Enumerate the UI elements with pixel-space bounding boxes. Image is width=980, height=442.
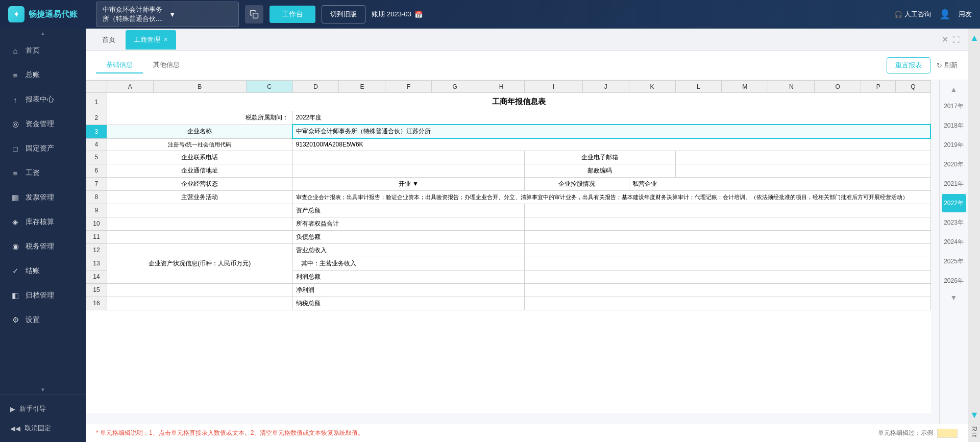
year-item-2025[interactable]: 2025年: [942, 252, 966, 271]
sidebar-item-archive[interactable]: ◧ 归档管理: [0, 283, 86, 308]
year-item-2022[interactable]: 2022年: [942, 194, 966, 212]
sidebar-item-asset[interactable]: □ 固定资产: [0, 136, 86, 161]
cell-8-value[interactable]: 审查企业会计报表；出具审计报告；验证企业资本；出具验资报告；办理企业合开、分立、…: [292, 190, 930, 204]
col-header-m: M: [722, 81, 768, 93]
row-num-2: 2: [86, 111, 107, 125]
close-window-icon[interactable]: ✕: [942, 35, 948, 44]
col-header-e: E: [339, 81, 385, 93]
sidebar-scroll-up[interactable]: ▲: [0, 29, 86, 38]
sidebar-item-invoice[interactable]: ▦ 发票管理: [0, 185, 86, 210]
calendar-icon[interactable]: 📅: [414, 11, 423, 18]
table-row: 4 注册号/统一社会信用代码 91320100MA208E5W6K: [86, 138, 931, 151]
content-area: 首页 工商管理 ✕ ✕ ⛶ 基础信息: [86, 29, 968, 442]
sidebar-item-report[interactable]: ↑ 报表中心: [0, 87, 86, 112]
sidebar-nav: ⌂ 首页 ≡ 总账 ↑ 报表中心 ◎ 资金管理 □ 固定资产: [0, 38, 86, 385]
row-num-12: 12: [86, 243, 107, 257]
sidebar: ▲ ⌂ 首页 ≡ 总账 ↑ 报表中心 ◎ 资金管理: [0, 29, 86, 442]
tax-icon: ◉: [10, 241, 20, 252]
salary-icon: ≡: [10, 168, 20, 178]
sidebar-item-label: 库存核算: [26, 217, 54, 227]
table-row: 12 企业资产状况信息(币种：人民币万元) 营业总收入: [86, 243, 931, 257]
cell-10-label: 所有者权益合计: [292, 217, 525, 230]
cell-15-empty: [107, 283, 292, 297]
year-down-button[interactable]: ▼: [944, 290, 964, 305]
cell-2-value[interactable]: 2022年度: [292, 111, 930, 125]
tab-home[interactable]: 首页: [94, 30, 124, 50]
cell-4-value[interactable]: 91320100MA208E5W6K: [292, 138, 930, 151]
cell-5-email[interactable]: [675, 151, 930, 164]
cell-7-hold-value[interactable]: 私营企业: [629, 177, 930, 190]
year-label: 2022年: [944, 199, 964, 208]
old-version-button[interactable]: 切到旧版: [322, 5, 365, 23]
year-item-2019[interactable]: 2019年: [942, 136, 966, 154]
year-item-2020[interactable]: 2020年: [942, 155, 966, 174]
reset-button[interactable]: 重置报表: [887, 57, 930, 73]
table-row: 3 企业名称 中审众环会计师事务所（特殊普通合伙）江苏分所: [86, 125, 931, 138]
refresh-button[interactable]: ↻ 刷新: [937, 61, 958, 70]
user-label: 用友: [959, 10, 972, 19]
cell-6-zip-label: 邮政编码: [525, 164, 675, 177]
cell-14-value[interactable]: [525, 270, 930, 283]
sidebar-item-ledger[interactable]: ≡ 总账: [0, 63, 86, 87]
col-header-c[interactable]: C: [246, 81, 292, 93]
sidebar-item-guide[interactable]: ▶ 新手引导: [0, 399, 86, 419]
sidebar-item-home[interactable]: ⌂ 首页: [0, 38, 86, 63]
company-selector[interactable]: 中审众环会计师事务所（特殊普通合伙.... ▼: [96, 2, 239, 27]
status-note: * 单元格编辑说明：1、点击单元格直接录入数值或文本。2、清空单元格数值或文本恢…: [96, 429, 364, 437]
year-label: 2023年: [944, 218, 964, 227]
cell-15-value[interactable]: [525, 283, 930, 297]
sidebar-item-settings[interactable]: ⚙ 设置: [0, 308, 86, 332]
row-num-7: 7: [86, 177, 107, 190]
sidebar-item-stock[interactable]: ◈ 库存核算: [0, 210, 86, 234]
sidebar-item-unpin[interactable]: ◀◀ 取消固定: [0, 419, 86, 438]
sub-tab-other[interactable]: 其他信息: [143, 57, 190, 73]
service-button[interactable]: 🎧 人工咨询: [894, 10, 931, 19]
sidebar-item-tax[interactable]: ◉ 税务管理: [0, 234, 86, 259]
cell-6-zip[interactable]: [675, 164, 930, 177]
cell-13-value[interactable]: [525, 257, 930, 270]
copy-icon[interactable]: [245, 5, 263, 23]
sidebar-item-fund[interactable]: ◎ 资金管理: [0, 112, 86, 136]
sidebar-item-salary[interactable]: ≡ 工资: [0, 161, 86, 185]
cell-11-value[interactable]: [525, 230, 930, 243]
tab-home-label: 首页: [102, 35, 115, 44]
cell-7-status[interactable]: 开业 ▼: [292, 177, 525, 190]
user-icon: 👤: [939, 9, 950, 20]
year-item-2026[interactable]: 2026年: [942, 272, 966, 290]
year-item-2017[interactable]: 2017年: [942, 97, 966, 115]
cell-10-value[interactable]: [525, 217, 930, 230]
right-panel-expand-down[interactable]: ▼: [969, 410, 979, 420]
cell-3-value[interactable]: 中审众环会计师事务所（特殊普通合伙）江苏分所: [292, 125, 930, 138]
table-row: 9 资产总额: [86, 204, 931, 217]
ledger-icon: ≡: [10, 70, 20, 80]
year-up-button[interactable]: ▲: [944, 82, 964, 96]
cell-title[interactable]: 工商年报信息表: [107, 93, 930, 111]
year-item-2024[interactable]: 2024年: [942, 233, 966, 251]
period-area: 账期 2023-03 📅: [372, 10, 422, 19]
tab-business[interactable]: 工商管理 ✕: [126, 30, 176, 50]
sidebar-scroll-down[interactable]: ▼: [0, 385, 86, 395]
sidebar-item-label: 设置: [26, 315, 40, 325]
expand-window-icon[interactable]: ⛶: [952, 36, 960, 44]
year-item-2018[interactable]: 2018年: [942, 116, 966, 135]
cell-16-value[interactable]: [525, 297, 930, 310]
sub-tab-basic[interactable]: 基础信息: [96, 57, 143, 73]
cell-12-value[interactable]: [525, 243, 930, 257]
year-label: 2025年: [944, 257, 964, 266]
cell-12-group-label: 企业资产状况信息(币种：人民币万元): [107, 243, 292, 283]
year-item-2021[interactable]: 2021年: [942, 175, 966, 193]
workbench-button[interactable]: 工作台: [270, 6, 315, 23]
cell-8-label: 主营业务活动: [107, 190, 292, 204]
sidebar-item-close[interactable]: ✓ 结账: [0, 259, 86, 283]
cell-6-addr[interactable]: [292, 164, 525, 177]
right-panel-expand-up[interactable]: ▲: [969, 33, 979, 43]
tab-bar: 首页 工商管理 ✕ ✕ ⛶: [86, 29, 968, 51]
cell-9-label: 资产总额: [292, 204, 525, 217]
col-header-h: H: [478, 81, 525, 93]
sidebar-item-label: 发票管理: [26, 193, 54, 202]
year-item-2023[interactable]: 2023年: [942, 213, 966, 232]
cell-9-value[interactable]: [525, 204, 930, 217]
tab-close-icon[interactable]: ✕: [163, 36, 168, 43]
cell-9-empty: [107, 204, 292, 217]
cell-5-phone[interactable]: [292, 151, 525, 164]
